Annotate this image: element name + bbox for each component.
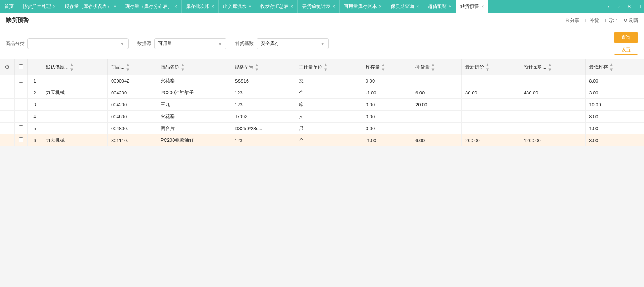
tab-item-5[interactable]: 出入库流水× [219,0,256,13]
tab-item-11[interactable]: 缺货预警× [456,0,488,13]
export-btn[interactable]: ↓ 导出 [605,17,618,24]
row-settings-cell [0,111,14,123]
row-checkbox[interactable] [19,102,23,106]
filter-bar: 商品分类 ▼ 数据源 可用量 ▼ 补货基数 安全库存 ▼ 查询 设置 [0,28,644,59]
tab-item-2[interactable]: 现存量（库存状况表）× [60,0,121,13]
th-replenish[interactable]: 补货量 ▲▼ [412,59,462,75]
tab-close-btn[interactable]: × [416,4,419,9]
row-checkbox[interactable] [19,137,23,142]
goods-name-sort-icon: ▲▼ [180,62,185,72]
table-row: 1 0000042 火花塞 SS816 支 0.00 8.00 [0,75,644,87]
row-goods-name: PC200油缸缸子 [157,87,231,99]
row-goods-name: 火花塞 [157,111,231,123]
row-checkbox[interactable] [19,114,23,118]
row-checkbox-cell [14,123,27,134]
tab-item-7[interactable]: 要货单统计表× [298,0,340,13]
row-est-purchase [520,99,585,111]
refresh-icon: ↻ [623,18,627,23]
row-checkbox[interactable] [19,78,23,83]
tab-close-btn[interactable]: × [53,4,56,9]
page-header: 缺货预警 ⎘ 分享 □ 补货 ↓ 导出 ↻ 刷新 [0,13,644,28]
th-latest-price[interactable]: 最新进价 ▲▼ [462,59,520,75]
row-unit: 个 [295,134,362,146]
tab-bar: 首页拣货异常处理×现存量（库存状况表）×现存量（库存分布表）×库存批次账×出入库… [0,0,644,13]
datasource-select[interactable]: 可用量 ▼ [154,38,226,49]
table-container: ⚙ 默认供应... ▲▼ 商品... [0,59,644,146]
category-filter: 商品分类 ▼ [6,38,129,49]
row-settings-cell [0,75,14,87]
replenish-icon: □ [585,18,588,23]
tab-close-btn[interactable]: × [114,4,116,9]
row-settings-cell [0,87,14,99]
tab-close-btn[interactable]: × [379,4,382,9]
datasource-filter: 数据源 可用量 ▼ [137,38,226,49]
tab-close-btn[interactable]: × [212,4,214,9]
datasource-value: 可用量 [158,40,172,47]
query-button[interactable]: 查询 [614,32,638,43]
row-unit: 个 [295,87,362,99]
refresh-btn[interactable]: ↻ 刷新 [623,17,638,24]
spec-sort-icon: ▲▼ [254,62,259,72]
row-replenish: 6.00 [412,134,462,146]
tab-label: 缺货预警 [460,3,479,10]
row-min-stock: 3.00 [586,134,644,146]
th-default-supplier[interactable]: 默认供应... ▲▼ [42,59,107,75]
row-latest-price [462,123,520,134]
tab-prev-btn[interactable]: ‹ [604,0,614,13]
setting-button[interactable]: 设置 [614,45,638,55]
replenish-btn[interactable]: □ 补货 [585,17,599,24]
row-checkbox[interactable] [19,90,23,94]
row-unit: 支 [295,111,362,123]
category-select[interactable]: ▼ [27,38,129,49]
row-spec: 123 [231,99,295,111]
th-latest-price-label: 最新进价 [465,64,484,70]
tab-close-btn[interactable]: × [449,4,451,9]
est-purchase-sort-icon: ▲▼ [548,62,552,72]
tab-item-6[interactable]: 收发存汇总表× [256,0,298,13]
share-btn[interactable]: ⎘ 分享 [566,17,579,24]
tab-item-9[interactable]: 保质期查询× [386,0,423,13]
th-est-purchase[interactable]: 预计采购... ▲▼ [520,59,585,75]
th-stock[interactable]: 库存量 ▲▼ [362,59,412,75]
th-unit[interactable]: 主计量单位 ▲▼ [295,59,362,75]
row-supplier [42,123,107,134]
category-label: 商品分类 [6,40,25,47]
th-goods-code-label: 商品... [111,64,125,70]
row-spec: SS816 [231,75,295,87]
row-unit: 支 [295,75,362,87]
row-min-stock: 1.00 [586,123,644,134]
tab-item-10[interactable]: 超储预警× [423,0,456,13]
row-checkbox-cell [14,87,27,99]
th-default-supplier-label: 默认供应... [46,64,69,70]
tab-close-btn[interactable]: × [481,4,484,9]
select-all-checkbox[interactable] [19,64,23,69]
th-est-purchase-label: 预计采购... [524,64,547,70]
row-replenish [412,111,462,123]
tab-close-btn[interactable]: × [291,4,293,9]
tab-close-btn[interactable]: × [174,4,177,9]
row-checkbox[interactable] [19,125,23,130]
settings-gear-icon[interactable]: ⚙ [5,64,9,70]
tab-close-all-btn[interactable]: ✕ [624,0,634,13]
tab-item-0[interactable]: 首页 [0,0,18,13]
row-goods-code: 004600... [107,111,157,123]
th-spec[interactable]: 规格型号 ▲▼ [231,59,295,75]
table-body: 1 0000042 火花塞 SS816 支 0.00 8.00 2 力天机械 0… [0,75,644,146]
row-est-purchase: 480.00 [520,87,585,99]
tab-close-btn[interactable]: × [249,4,251,9]
row-stock: 0.00 [362,111,412,123]
tab-maximize-btn[interactable]: □ [634,0,644,13]
tab-next-btn[interactable]: › [614,0,624,13]
tab-item-8[interactable]: 可用量库存账本× [340,0,386,13]
tab-close-btn[interactable]: × [332,4,335,9]
th-min-stock[interactable]: 最低库存 ▲▼ [586,59,644,75]
table-row: 2 力天机械 004200... PC200油缸缸子 123 个 -1.00 6… [0,87,644,99]
tab-item-4[interactable]: 库存批次账× [182,0,219,13]
tab-item-3[interactable]: 现存量（库存分布表）× [121,0,182,13]
category-arrow-icon: ▼ [120,41,125,47]
refresh-label: 刷新 [629,17,638,24]
replenish-base-select[interactable]: 安全库存 ▼ [257,38,329,49]
th-goods-name[interactable]: 商品名称 ▲▼ [157,59,231,75]
th-goods-code[interactable]: 商品... ▲▼ [107,59,157,75]
tab-item-1[interactable]: 拣货异常处理× [18,0,60,13]
